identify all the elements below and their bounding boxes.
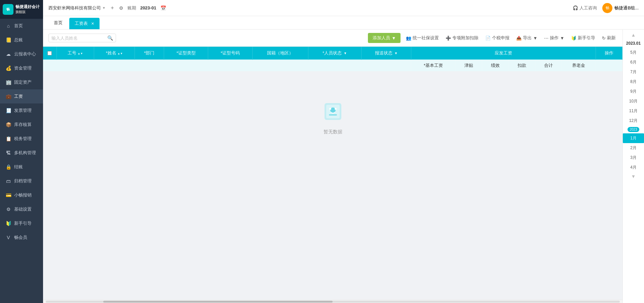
close-period-icon: 🔒	[5, 164, 11, 170]
operations-label: 操作	[550, 35, 559, 41]
sidebar-item-tax[interactable]: 📋 税务管理	[0, 132, 43, 146]
header-right: 🎧 人工咨询 畅 畅捷通B组...	[573, 3, 639, 13]
search-wrap[interactable]: 🔍	[48, 34, 116, 42]
sidebar-item-archive[interactable]: 🗃 归档管理	[0, 174, 43, 188]
sidebar-item-expense[interactable]: 💳 小畅报销	[0, 188, 43, 202]
sidebar-item-settings[interactable]: ⚙ 基础设置	[0, 202, 43, 216]
month-item-2[interactable]: 2月	[623, 143, 644, 153]
sidebar-item-close-label: 结账	[14, 164, 23, 170]
th-id-number: *证型号码	[208, 47, 252, 60]
month-item-10[interactable]: 10月	[623, 96, 644, 106]
sidebar-item-home[interactable]: ⌂ 首页	[0, 19, 43, 33]
tabs-bar: 首页 工资表 ✕	[43, 16, 644, 30]
panel-up-arrow[interactable]: ▲	[630, 31, 637, 39]
th-performance: 绩效	[482, 60, 508, 72]
th-checkbox[interactable]	[43, 47, 56, 60]
sidebar-item-salary-label: 工资	[14, 93, 23, 99]
main-area: 西安虾米网络科技有限公司 ▼ ＋ ⚙ 账期 2023-01 📅 🎧 人工咨询 畅…	[43, 0, 644, 303]
archive-icon: 🗃	[5, 178, 11, 184]
th-actions: 操作	[596, 47, 622, 60]
period-label: 账期	[127, 5, 136, 11]
logo-text-block: 畅捷通好会计 旗舰版	[15, 4, 40, 14]
guide-button[interactable]: 🔰 新手引导	[570, 35, 597, 41]
sidebar-item-invoice-label: 发票管理	[14, 107, 32, 114]
refresh-button[interactable]: ↻ 刷新	[601, 35, 617, 41]
service-button[interactable]: 🎧 人工咨询	[573, 5, 597, 11]
settings-icon: ⚙	[5, 207, 11, 212]
sidebar-item-funds[interactable]: 💰 资金管理	[0, 61, 43, 75]
tax-report-button[interactable]: 📄 个税申报	[484, 35, 511, 41]
calendar-icon[interactable]: 📅	[160, 5, 166, 11]
sidebar-item-assets[interactable]: 🏢 固定资产	[0, 75, 43, 89]
scrollbar-track	[46, 301, 620, 303]
sidebar-item-cloud-report[interactable]: ☁ 云报表中心	[0, 47, 43, 61]
month-item-11[interactable]: 11月	[623, 106, 644, 116]
sidebar-item-guide[interactable]: 🔰 新手引导	[0, 216, 43, 230]
search-input[interactable]	[51, 36, 105, 41]
svg-point-5	[335, 108, 337, 110]
bottom-scrollbar[interactable]	[43, 300, 622, 303]
status-filter-icon[interactable]: ▼	[344, 51, 347, 55]
scrollbar-thumb[interactable]	[103, 301, 333, 303]
home-icon: ⌂	[5, 23, 11, 29]
submit-filter-icon[interactable]: ▼	[394, 51, 397, 55]
month-item-5[interactable]: 5月	[623, 48, 644, 57]
logo-icon: 畅	[3, 4, 13, 15]
special-deduction-button[interactable]: ➕ 专项附加扣除	[444, 35, 480, 41]
month-item-9[interactable]: 9月	[623, 87, 644, 96]
sidebar-item-invoice[interactable]: 🧾 发票管理	[0, 103, 43, 118]
table-wrap: 工号 ▲▼ *姓名 ▲▼ *部门 *证型类型 *证型号码 国籍（地区）	[43, 47, 622, 300]
sidebar-item-close[interactable]: 🔒 结账	[0, 160, 43, 174]
special-deduction-label: 专项附加扣除	[452, 35, 479, 41]
sidebar-item-assets-label: 固定资产	[14, 79, 32, 85]
refresh-label: 刷新	[607, 35, 616, 41]
social-settings-label: 统一社保设置	[413, 35, 439, 41]
year-badge: 2023	[628, 127, 639, 132]
social-settings-button[interactable]: 👥 统一社保设置	[405, 35, 440, 41]
month-item-4[interactable]: 4月	[623, 163, 644, 172]
export-button[interactable]: 📤 导出 ▼	[515, 35, 539, 41]
th-nationality: 国籍（地区）	[252, 47, 308, 60]
th-status: *人员状态 ▼	[308, 47, 361, 60]
company-name: 西安虾米网络科技有限公司	[48, 5, 101, 11]
month-item-6[interactable]: 6月	[623, 57, 644, 67]
user-menu[interactable]: 畅 畅捷通B组...	[602, 3, 639, 13]
th-allowance: 津贴	[455, 60, 482, 72]
sidebar-item-cloud-label: 云报表中心	[14, 51, 36, 57]
sidebar-item-ledger[interactable]: 📒 总账	[0, 33, 43, 47]
sidebar-item-member[interactable]: V 畅会员	[0, 230, 43, 245]
company-selector[interactable]: 西安虾米网络科技有限公司 ▼	[48, 5, 106, 11]
tax-report-icon: 📄	[485, 36, 491, 41]
sidebar-item-funds-label: 资金管理	[14, 65, 32, 71]
month-item-8[interactable]: 8月	[623, 77, 644, 87]
social-settings-icon: 👥	[406, 36, 411, 41]
sidebar-item-salary[interactable]: 💼 工资	[0, 89, 43, 103]
operations-arrow: ▼	[560, 36, 564, 41]
month-item-7[interactable]: 7月	[623, 67, 644, 77]
add-person-button[interactable]: 添加人员 ▼	[368, 33, 401, 43]
app-logo: 畅 畅捷通好会计 旗舰版	[0, 0, 43, 19]
ledger-icon: 📒	[5, 37, 11, 43]
add-company-button[interactable]: ＋	[110, 4, 115, 11]
tab-salary[interactable]: 工资表 ✕	[69, 18, 100, 29]
settings-button[interactable]: ⚙	[119, 5, 123, 11]
tab-salary-close[interactable]: ✕	[91, 21, 94, 26]
member-icon: V	[5, 235, 11, 240]
sidebar-item-inventory[interactable]: 📦 库存核算	[0, 118, 43, 132]
month-item-3[interactable]: 3月	[623, 153, 644, 163]
guide-toolbar-icon: 🔰	[571, 36, 576, 41]
month-item-12[interactable]: 12月	[623, 116, 644, 126]
avatar: 畅	[602, 3, 612, 13]
svg-point-4	[329, 108, 331, 110]
tab-home[interactable]: 首页	[48, 17, 68, 29]
operations-button[interactable]: ⋯ 操作 ▼	[543, 35, 566, 41]
panel-period-label: 2023.01	[625, 39, 642, 48]
panel-down-arrow[interactable]: ▼	[630, 172, 637, 180]
th-employee-number: 工号 ▲▼	[56, 47, 94, 60]
select-all-checkbox[interactable]	[47, 51, 52, 55]
month-item-1[interactable]: 1月	[623, 133, 644, 143]
empty-text: 暂无数据	[324, 129, 342, 135]
sidebar-item-multi-org[interactable]: 🏗 多机构管理	[0, 146, 43, 160]
salary-table: 工号 ▲▼ *姓名 ▲▼ *部门 *证型类型 *证型号码 国籍（地区）	[43, 47, 622, 71]
operations-icon: ⋯	[544, 36, 548, 41]
